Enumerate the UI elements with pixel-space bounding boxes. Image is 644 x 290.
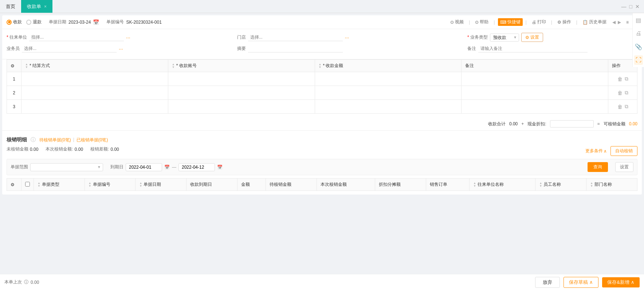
account-input-1[interactable]	[172, 77, 311, 82]
video-btn[interactable]: ⊙ 视频	[448, 18, 466, 26]
bth-settings[interactable]: ⚙	[7, 179, 21, 191]
row-3-remark[interactable]	[462, 100, 608, 114]
row-3-num: 3	[7, 100, 21, 114]
row-3-amount[interactable]	[315, 100, 462, 114]
current-page-info-icon[interactable]: ⓘ	[24, 279, 28, 285]
list-view-btn[interactable]: ≡	[625, 19, 630, 26]
sidebar-table-icon[interactable]: ▤	[634, 15, 643, 25]
row-1-copy-icon[interactable]: ⧉	[625, 76, 628, 82]
tab-receipt[interactable]: 收款单 ×	[21, 0, 52, 13]
radio-refund[interactable]: 退款	[26, 19, 42, 25]
store-more-btn[interactable]: ···	[345, 35, 349, 40]
print-btn[interactable]: 🖨 打印	[530, 18, 548, 26]
row-2-remark[interactable]	[462, 86, 608, 100]
row-3-delete-icon[interactable]: 🗑	[617, 104, 623, 110]
row-2-delete-icon[interactable]: 🗑	[617, 90, 623, 96]
toolbar: 收款 退款 单据日期 2023-03-24 📅 单据编号 SK-20230324…	[2, 15, 642, 29]
done-tab[interactable]: 已核销单据(0笔)	[76, 137, 108, 143]
staff-more-btn[interactable]: ···	[119, 46, 123, 52]
row-2-settlement[interactable]	[21, 86, 168, 100]
remark-input-2[interactable]	[465, 90, 604, 95]
summary-label: 摘要	[237, 46, 246, 52]
summary-input[interactable]	[248, 45, 343, 52]
date-from-input[interactable]	[126, 163, 162, 171]
row-1-settlement[interactable]	[21, 72, 168, 86]
operation-btn[interactable]: ⚙ 操作	[555, 18, 573, 26]
nav-next[interactable]: ▶	[617, 19, 622, 26]
select-all-checkbox[interactable]	[25, 182, 30, 187]
counterpart-label: 往来单位	[7, 34, 27, 40]
right-sidebar: ▤ 🖨 📎 ⛶	[632, 13, 644, 67]
range-select[interactable]	[30, 163, 103, 171]
tab-receipt-label: 收款单	[27, 3, 41, 10]
date-value: 2023-03-24	[68, 20, 91, 25]
close-btn[interactable]: ✕	[635, 4, 640, 9]
settings-label: 设置	[530, 34, 539, 40]
date-to-cal-icon[interactable]: 📅	[217, 165, 223, 170]
help-btn[interactable]: ⊙ 帮助	[473, 18, 491, 26]
date-to-input[interactable]	[178, 163, 215, 171]
row-3-account[interactable]	[168, 100, 315, 114]
business-type-select[interactable]: 预收款	[490, 34, 519, 42]
query-label: 查询	[593, 164, 602, 169]
row-1-delete-icon[interactable]: 🗑	[617, 76, 623, 82]
business-type-label: 业务类型	[467, 34, 488, 40]
form-row-1: 往来单位 ··· 门店 ··· 业务类型 预收款 ▼ ⚙ 设置	[7, 33, 637, 42]
row-2-copy-icon[interactable]: ⧉	[625, 90, 628, 96]
row-1-amount[interactable]	[315, 72, 462, 86]
history-btn[interactable]: 📋 历史单据	[580, 18, 609, 26]
toolbar-number: 单据编号 SK-20230324-001	[106, 19, 161, 25]
save-draft-btn[interactable]: 保存草稿 ∧	[564, 277, 598, 288]
row-2-amount[interactable]	[315, 86, 462, 100]
settings-btn[interactable]: ⚙ 设置	[521, 33, 543, 42]
nav-prev[interactable]: ◀	[612, 19, 616, 26]
form-row-2: 业务员 ··· 摘要 备注	[7, 45, 637, 52]
maximize-btn[interactable]: □	[629, 4, 632, 9]
minimize-btn[interactable]: —	[621, 4, 627, 9]
tab-home[interactable]: 首页	[0, 0, 21, 13]
date-from-cal-icon[interactable]: 📅	[164, 165, 170, 170]
counterpart-more-btn[interactable]: ···	[126, 35, 130, 40]
total-label: 收款合计	[488, 121, 506, 127]
bth-checkbox[interactable]	[21, 179, 34, 191]
row-3-copy-icon[interactable]: ⧉	[625, 103, 628, 110]
discount-input[interactable]	[550, 120, 594, 128]
query-btn[interactable]: 查询	[588, 162, 608, 172]
total-value: 0.00	[509, 121, 518, 126]
remark-input[interactable]	[478, 45, 588, 52]
sidebar-print-icon[interactable]: 🖨	[634, 29, 643, 38]
more-conditions-btn[interactable]: 更多条件 ∧	[585, 148, 607, 154]
account-input-3[interactable]	[172, 104, 311, 109]
settlement-input-3[interactable]	[25, 104, 164, 109]
settlement-input-2[interactable]	[25, 90, 164, 95]
sidebar-expand-icon[interactable]: ⛶	[634, 55, 643, 65]
row-1-num: 1	[7, 72, 21, 86]
abandon-btn[interactable]: 放弃	[535, 277, 560, 288]
tab-close-icon[interactable]: ×	[44, 4, 47, 9]
counterpart-input[interactable]	[29, 34, 124, 41]
row-3-settlement[interactable]	[21, 100, 168, 114]
shortcut-btn[interactable]: ⌨ 快捷键	[498, 18, 523, 26]
settlement-input-1[interactable]	[25, 77, 164, 82]
remark-input-3[interactable]	[465, 104, 604, 109]
sidebar-attach-icon[interactable]: 📎	[633, 42, 644, 52]
amount-input-2[interactable]	[319, 90, 458, 95]
th-settings[interactable]: ⚙	[7, 60, 21, 72]
remark-input-1[interactable]	[465, 77, 604, 82]
calendar-icon[interactable]: 📅	[93, 19, 99, 25]
filter-settings-btn[interactable]: 设置	[615, 162, 633, 172]
staff-input[interactable]	[22, 45, 117, 52]
row-1-remark[interactable]	[462, 72, 608, 86]
auto-verify-btn[interactable]: 自动核销	[610, 146, 637, 156]
pending-tab[interactable]: 待核销单据(0笔)	[39, 137, 71, 143]
row-2-account[interactable]	[168, 86, 315, 100]
amount-input-3[interactable]	[319, 104, 458, 109]
radio-receipt[interactable]: 收款	[7, 19, 22, 25]
store-input[interactable]	[248, 34, 343, 41]
save-new-btn[interactable]: 保存&新增 ∧	[602, 277, 640, 287]
diff-value: 0.00	[110, 147, 119, 152]
account-input-2[interactable]	[172, 90, 311, 95]
verify-info-icon[interactable]: ⓘ	[31, 137, 36, 143]
amount-input-1[interactable]	[319, 77, 458, 82]
row-1-account[interactable]	[168, 72, 315, 86]
